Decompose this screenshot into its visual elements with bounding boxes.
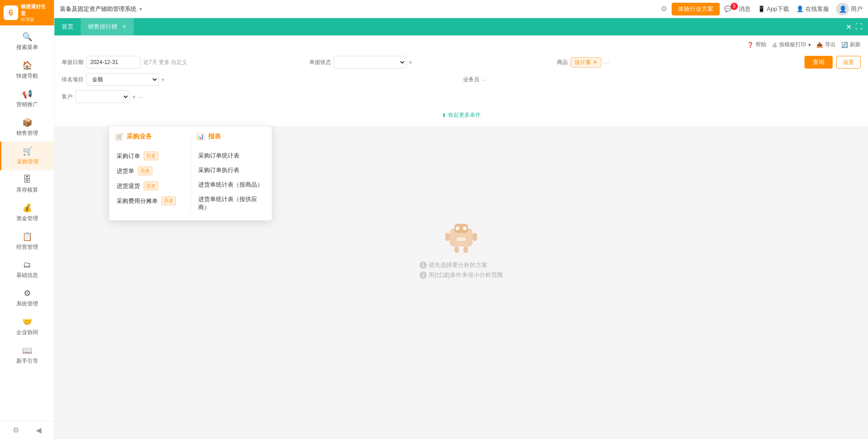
- sidebar-item-system[interactable]: ⚙ 系统管理: [0, 284, 54, 312]
- customer-filter-label: 客户: [62, 93, 73, 101]
- logo-icon: 6: [4, 5, 18, 20]
- sidebar-item-finance[interactable]: 💰 资金管理: [0, 198, 54, 227]
- svg-rect-8: [463, 247, 468, 253]
- messages-btn[interactable]: 💬 9 消息: [724, 5, 751, 13]
- print-btn[interactable]: 🖨 按模板打印 ▾: [772, 41, 811, 49]
- tab-close-all-icon[interactable]: ✕: [846, 23, 852, 31]
- menu-item-receipt-by-supplier[interactable]: 进货单统计表（按供应商）: [196, 192, 267, 215]
- goods-filter-group: 商品 设计素 ✕ ···: [557, 57, 801, 68]
- settings-btn[interactable]: 设置: [836, 56, 861, 69]
- customer-select[interactable]: [75, 90, 130, 103]
- filter-bar: ❓ 帮助 🖨 按模板打印 ▾ 📤 导出 🔄 刷新: [54, 35, 868, 127]
- user-avatar: 👤: [836, 3, 849, 15]
- sidebar-item-operations[interactable]: 📋 经营管理: [0, 227, 54, 256]
- guide-icon: 📖: [22, 345, 32, 355]
- empty-tips: 1 请先选择要分析的方案 2 用[过滤]条件来缩小分析范围: [419, 259, 502, 281]
- salesperson-filter-group: 业务员 ···: [463, 76, 861, 84]
- collapse-btn[interactable]: ⬆ 收起更多条件: [442, 109, 481, 121]
- topbar: 装备及固定资产辅助管理系统 ▾ ⚙ 体验行业方案 💬 9 消息 📱 App下载 …: [54, 0, 868, 18]
- goods-tag-close[interactable]: ✕: [593, 59, 597, 65]
- date-input[interactable]: [86, 56, 141, 69]
- tab-home[interactable]: 首页: [54, 18, 81, 35]
- menu-item-receipt-by-goods[interactable]: 进货单统计表（按商品）: [196, 178, 267, 192]
- menu-item-purchase-return[interactable]: 进货退货 历史: [115, 178, 185, 193]
- user-btn[interactable]: 👤 用户: [836, 3, 863, 15]
- salesperson-filter-label: 业务员: [463, 76, 479, 84]
- sidebar-item-sales[interactable]: 📦 销售管理: [0, 113, 54, 142]
- menu-item-purchase-receipt[interactable]: 进货单 历史: [115, 163, 185, 178]
- sidebar-item-inventory[interactable]: 🗄 库存核算: [0, 170, 54, 198]
- topbar-settings-icon[interactable]: ⚙: [661, 5, 667, 13]
- cooperation-icon: 🤝: [22, 317, 32, 327]
- sidebar-item-marketing[interactable]: 📢 营销推广: [0, 84, 54, 113]
- report-header-icon: 📊: [196, 132, 205, 141]
- sidebar-logo: 6 畅捷通好生意 标准版: [0, 0, 54, 25]
- app-download-btn[interactable]: 📱 App下载: [758, 5, 789, 13]
- sidebar-item-guide[interactable]: 📖 新手引导: [0, 341, 54, 370]
- customer-filter-group: 客户 ▾ ···: [62, 90, 861, 103]
- system-icon: ⚙: [24, 288, 31, 298]
- goods-more-dots[interactable]: ···: [604, 59, 609, 66]
- menu-item-order-stats[interactable]: 采购订单统计表: [196, 148, 267, 163]
- export-btn[interactable]: 📤 导出: [816, 41, 836, 49]
- customer-dots[interactable]: ···: [138, 94, 143, 100]
- history-badge-2: 历史: [144, 182, 158, 190]
- tab-sales-rank[interactable]: 销售排行榜 ✕: [81, 18, 134, 35]
- sidebar-item-purchase[interactable]: 🛒 采购管理: [0, 142, 54, 170]
- content-area: ❓ 帮助 🖨 按模板打印 ▾ 📤 导出 🔄 刷新: [54, 35, 868, 439]
- filter-row-3: 客户 ▾ ···: [62, 90, 861, 103]
- svg-rect-4: [457, 237, 466, 241]
- refresh-btn[interactable]: 🔄 刷新: [841, 41, 861, 49]
- print-arrow-icon: ▾: [808, 42, 811, 48]
- topbar-arrow-icon: ▾: [139, 6, 142, 12]
- status-select[interactable]: [334, 56, 406, 69]
- collapse-icon: ⬆: [442, 112, 446, 118]
- sidebar-settings-btn[interactable]: ⚙: [13, 426, 19, 434]
- svg-rect-7: [454, 247, 459, 253]
- purchase-dropdown-menu: 🛒 采购业务 采购订单 历史 进货单 历史 进货退货 历史 采购费用分摊单: [109, 126, 272, 221]
- menu-item-purchase-order[interactable]: 采购订单 历史: [115, 148, 185, 163]
- sidebar-item-basics[interactable]: 🗂 基础信息: [0, 256, 54, 284]
- status-filter-label: 单据状态: [309, 59, 331, 66]
- sales-icon: 📦: [22, 118, 32, 128]
- sidebar-item-quicknav[interactable]: 🏠 快捷导航: [0, 56, 54, 84]
- industry-btn[interactable]: 体验行业方案: [672, 3, 720, 15]
- empty-tip-1: 1 请先选择要分析的方案: [419, 261, 502, 269]
- refresh-icon: 🔄: [841, 42, 848, 48]
- marketing-icon: 📢: [22, 89, 32, 99]
- rank-select[interactable]: 金额: [86, 73, 159, 86]
- menu-item-order-exec[interactable]: 采购订单执行表: [196, 163, 267, 178]
- sidebar-item-search[interactable]: 🔍 搜索菜单: [0, 27, 54, 56]
- sidebar-nav: 🔍 搜索菜单 🏠 快捷导航 📢 营销推广 📦 销售管理 🛒 采购管理 🗄 库存核…: [0, 25, 54, 421]
- dropdown-business-header: 🛒 采购业务: [115, 132, 185, 144]
- customer-arrow: ▾: [132, 94, 136, 100]
- online-service-btn[interactable]: 👤 在线客服: [796, 5, 829, 13]
- tabbar-actions: ✕ ⛶: [840, 23, 868, 31]
- sidebar-collapse-btn[interactable]: ◀: [36, 426, 41, 434]
- basics-icon: 🗂: [23, 260, 31, 270]
- svg-rect-5: [445, 233, 450, 241]
- status-filter-group: 单据状态 ▾: [309, 56, 553, 69]
- goods-tag: 设计素 ✕: [571, 57, 601, 68]
- empty-tip-2: 2 用[过滤]条件来缩小分析范围: [419, 271, 502, 279]
- search-nav-icon: 🔍: [22, 32, 32, 42]
- tab-expand-icon[interactable]: ⛶: [855, 23, 863, 31]
- filter-row-2: 排名项目 金额 ▾ 业务员 ···: [62, 73, 861, 86]
- date-filter-group: 单据日期 近7天 更多 自定义: [62, 56, 306, 69]
- query-btn[interactable]: 查询: [805, 56, 833, 69]
- salesperson-dots[interactable]: ···: [482, 76, 487, 83]
- filter-row-1: 单据日期 近7天 更多 自定义 单据状态 ▾ 商品 设计素 ✕: [62, 56, 861, 69]
- svg-rect-6: [473, 233, 477, 241]
- rank-filter-label: 排名项目: [62, 76, 83, 84]
- menu-item-purchase-fee[interactable]: 采购费用分摊单 历史: [115, 193, 185, 208]
- status-dots: ▾: [409, 59, 412, 66]
- topbar-right: 💬 9 消息 📱 App下载 👤 在线客服 👤 用户: [724, 3, 863, 15]
- history-badge-0: 历史: [144, 152, 158, 160]
- help-btn[interactable]: ❓ 帮助: [747, 41, 766, 49]
- sidebar-item-cooperation[interactable]: 🤝 企业协同: [0, 312, 54, 341]
- tab-close-icon[interactable]: ✕: [122, 24, 127, 30]
- topbar-title: 装备及固定资产辅助管理系统 ▾: [60, 5, 656, 13]
- rank-filter-group: 排名项目 金额 ▾: [62, 73, 459, 86]
- purchase-icon: 🛒: [23, 146, 33, 156]
- service-icon: 👤: [796, 5, 804, 12]
